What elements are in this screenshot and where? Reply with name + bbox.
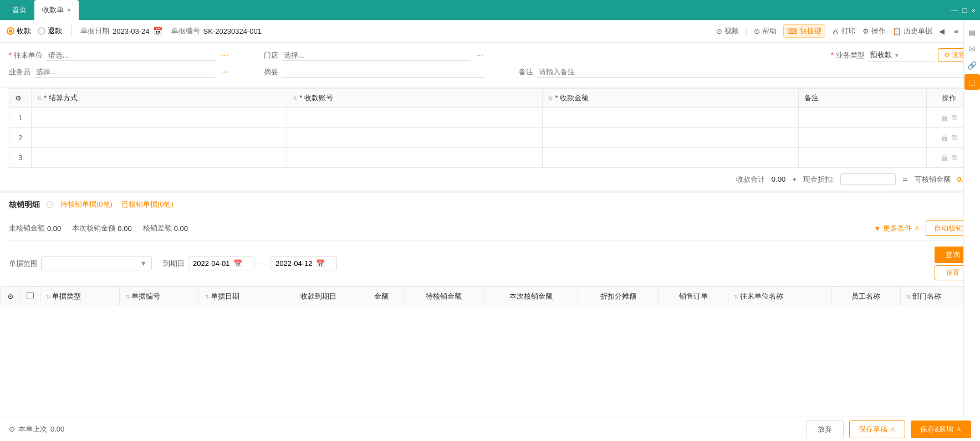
staff-input[interactable] (34, 66, 216, 78)
receipt-table: ⚙ ⇅ * 结算方式 ⇅ * 收款账号 (9, 88, 971, 168)
print-icon: 🖨 (832, 27, 839, 35)
sidebar-icon-mail[interactable]: ✉ (964, 41, 980, 57)
diff-stat: 核销差额 0.00 (143, 223, 188, 233)
store-input[interactable] (282, 50, 471, 61)
help-btn[interactable]: ⊙ 帮助 (754, 26, 777, 36)
close-icon[interactable]: × (971, 6, 976, 14)
layout1-icon[interactable]: ≡ (951, 26, 961, 36)
type-arrow-icon: ▼ (894, 52, 900, 58)
receipt-label: 收款 (17, 26, 31, 36)
remark-header: 备注 (798, 89, 926, 108)
video-icon: ⊙ (716, 27, 722, 35)
amount-cell-1[interactable] (543, 108, 798, 128)
window-controls: — □ × (951, 6, 976, 14)
remark-cell-3[interactable] (798, 148, 926, 168)
tab-close-icon[interactable]: × (67, 6, 71, 14)
diff-value: 0.00 (174, 224, 188, 233)
staff-more-icon[interactable]: ··· (219, 67, 231, 77)
table-row: 1 🗑 ⧉ (9, 108, 971, 128)
remark-cell-1[interactable] (798, 108, 926, 128)
print-btn[interactable]: 🖨 打印 (832, 26, 856, 36)
date-to-input[interactable]: 2022-04-12 📅 (270, 257, 337, 270)
settlement-cell-3[interactable] (32, 148, 287, 168)
number-field: 单据编号 SK-20230324-001 (171, 26, 262, 36)
sidebar-icon-table[interactable]: ▤ (964, 24, 980, 40)
delete-icon-3[interactable]: 🗑 (941, 153, 948, 162)
account-cell-3[interactable] (287, 148, 543, 168)
sidebar-icon-link[interactable]: 🔗 (964, 58, 980, 73)
hexiao-tabs: 待核销单据(0笔) 已核销单据(0笔) (60, 199, 173, 211)
tab-home[interactable]: 首页 (4, 0, 34, 20)
done-tab[interactable]: 已核销单据(0笔) (121, 199, 173, 211)
date-field: 单据日期 2023-03-24 📅 (80, 26, 162, 36)
bottom-settings-header[interactable]: ⚙ (1, 287, 21, 306)
number-label: 单据编号 (171, 26, 200, 36)
delete-icon-1[interactable]: 🗑 (941, 114, 948, 122)
refund-radio[interactable]: 退款 (38, 26, 62, 36)
receipt-radio[interactable]: 收款 (7, 26, 31, 36)
minimize-icon[interactable]: — (951, 6, 958, 14)
business-type-select[interactable]: 预收款 ▼ (868, 49, 935, 61)
copy-icon-1[interactable]: ⧉ (952, 113, 957, 122)
remark-cell-2[interactable] (798, 128, 926, 148)
print-label: 打印 (841, 26, 856, 36)
unchecked-stat: 未核销金额 0.00 (9, 223, 61, 233)
nav-prev-btn[interactable]: ◀ (939, 27, 945, 35)
abandon-button[interactable]: 放弃 (806, 421, 844, 438)
save-new-button[interactable]: 保存&新增 ∧ (911, 421, 971, 438)
video-btn[interactable]: ⊙ 视频 (716, 26, 739, 36)
counterpart-input[interactable] (46, 50, 216, 61)
shortcut-btn[interactable]: ⌨ 快捷键 (783, 24, 825, 38)
shortcut-label: 快捷键 (800, 26, 821, 36)
stats-right: ▼ 更多条件 ∧ 自动核销 (874, 221, 972, 236)
operation-btn[interactable]: ⚙ 操作 (862, 26, 886, 36)
video-label: 视频 (724, 26, 739, 36)
refund-label: 退款 (48, 26, 62, 36)
delete-icon-2[interactable]: 🗑 (941, 134, 948, 142)
bottom-checkbox-header[interactable] (21, 287, 40, 306)
table-settings-header[interactable]: ⚙ (9, 89, 32, 108)
pending-tab[interactable]: 待核销单据(0笔) (60, 199, 113, 211)
copy-icon-3[interactable]: ⧉ (952, 153, 957, 162)
sidebar-icon-expand[interactable]: ⬚ (964, 74, 980, 90)
settlement-cell-2[interactable] (32, 128, 287, 148)
date-from-input[interactable]: 2022-04-01 📅 (188, 257, 254, 270)
due-date-header: 收款到期日 (278, 287, 359, 306)
more-filter-btn[interactable]: ▼ 更多条件 ∧ (874, 223, 921, 233)
calendar-icon[interactable]: 📅 (153, 27, 162, 35)
account-cell-1[interactable] (287, 108, 543, 128)
form-section: 往来单位 ··· 门店 ··· 业务类型 预收款 ▼ ⚙ 设置 (0, 43, 980, 88)
total-label: 收款合计 (736, 175, 765, 184)
select-all-checkbox[interactable] (27, 292, 34, 299)
date-to-value: 2022-04-12 (275, 259, 313, 268)
receipt-radio-circle (7, 27, 14, 35)
refund-radio-circle (38, 27, 45, 35)
remark-input[interactable] (537, 66, 971, 78)
footer: ⊙ 本单上次 0.00 放弃 保存草稿 ∧ 保存&新增 ∧ (0, 417, 980, 441)
summary-input[interactable] (282, 66, 486, 78)
amount-header-bottom: 金额 (359, 287, 404, 306)
range-select[interactable]: ▼ (41, 257, 152, 270)
prev-value: 0.00 (50, 425, 64, 433)
store-more-icon[interactable]: ··· (474, 50, 486, 60)
form-row-2: 业务员 ··· 摘要 备注 (9, 66, 971, 78)
amount-header: ⇅ * 收款金额 (543, 89, 798, 108)
draft-button[interactable]: 保存草稿 ∧ (849, 421, 905, 438)
hexiao-info-icon[interactable]: ⓘ (47, 200, 54, 210)
discount-input[interactable] (840, 173, 896, 185)
account-cell-2[interactable] (287, 128, 543, 148)
range-filter: 单据范围 ▼ (9, 257, 152, 270)
maximize-icon[interactable]: □ (963, 6, 967, 14)
range-arrow-icon: ▼ (140, 259, 147, 268)
copy-icon-2[interactable]: ⧉ (952, 133, 957, 142)
hexiao-title-row: 核销明细 ⓘ 待核销单据(0笔) 已核销单据(0笔) (9, 199, 971, 211)
settlement-cell-1[interactable] (32, 108, 287, 128)
amount-cell-3[interactable] (543, 148, 798, 168)
history-btn[interactable]: 📋 历史单据 (892, 26, 932, 36)
pending-header: 待核销金额 (404, 287, 484, 306)
date-dash: — (259, 259, 266, 268)
tab-current[interactable]: 收款单 × (34, 0, 79, 20)
counterpart-more-icon[interactable]: ··· (219, 50, 231, 60)
date-header: ⇅单据日期 (198, 287, 278, 306)
amount-cell-2[interactable] (543, 128, 798, 148)
